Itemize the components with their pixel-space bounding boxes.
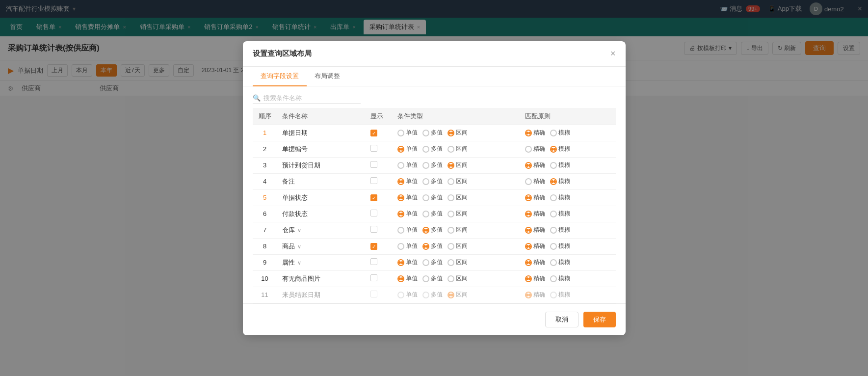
checkbox-display-1[interactable]: [370, 145, 377, 152]
radio-multi-0[interactable]: 多值: [422, 129, 443, 137]
radio-exact-2[interactable]: 精确: [525, 161, 545, 169]
checkbox-display-2[interactable]: [370, 161, 377, 168]
checkbox-display-9[interactable]: [370, 274, 377, 281]
radio-range-6[interactable]: 区间: [447, 226, 468, 234]
checkbox-display-6[interactable]: [370, 226, 377, 233]
radio-multi-9[interactable]: 多值: [422, 274, 443, 283]
radio-multi-5[interactable]: 多值: [422, 210, 443, 218]
radio-exact-7[interactable]: 精确: [525, 242, 545, 250]
cell-match-5: 精确 模糊: [520, 206, 616, 222]
dialog-close-btn[interactable]: ×: [610, 49, 616, 58]
cell-type-0: 单值 多值 区间: [393, 125, 520, 141]
table-row: 11 来员结账日期 单值 多值 区间: [253, 287, 616, 303]
radio-range-8[interactable]: 区间: [447, 258, 468, 267]
radio-exact-6[interactable]: 精确: [525, 226, 545, 234]
checkbox-display-7[interactable]: ✓: [370, 243, 377, 250]
radio-range-9[interactable]: 区间: [447, 274, 468, 283]
radio-single-5[interactable]: 单值: [397, 210, 418, 218]
checkbox-display-3[interactable]: [370, 177, 377, 184]
checkbox-display-4[interactable]: ✓: [370, 194, 377, 201]
radio-single-4[interactable]: 单值: [397, 193, 418, 202]
checkbox-display-8[interactable]: [370, 258, 377, 265]
radio-range-0[interactable]: 区间: [447, 129, 468, 137]
cell-display-3[interactable]: [366, 173, 393, 189]
dialog-tab-layout[interactable]: 布局调整: [307, 67, 348, 86]
radio-exact-10[interactable]: 精确: [525, 291, 545, 299]
radio-multi-3[interactable]: 多值: [422, 177, 443, 186]
cancel-button[interactable]: 取消: [545, 312, 579, 327]
cell-display-7[interactable]: ✓: [366, 238, 393, 254]
cell-type-10: 单值 多值 区间: [393, 287, 520, 303]
radio-exact-4[interactable]: 精确: [525, 193, 545, 202]
radio-fuzzy-3[interactable]: 模糊: [550, 177, 570, 186]
dialog-tab-query[interactable]: 查询字段设置: [253, 67, 307, 86]
cell-name-10: 来员结账日期: [277, 287, 366, 303]
radio-range-4[interactable]: 区间: [447, 193, 468, 202]
radio-single-0[interactable]: 单值: [397, 129, 418, 137]
radio-exact-3[interactable]: 精确: [525, 177, 545, 186]
search-input[interactable]: [263, 94, 352, 102]
radio-multi-10[interactable]: 多值: [422, 291, 443, 299]
radio-exact-9[interactable]: 精确: [525, 274, 545, 283]
cell-display-4[interactable]: ✓: [366, 189, 393, 206]
radio-single-6[interactable]: 单值: [397, 226, 418, 234]
radio-range-1[interactable]: 区间: [447, 145, 468, 153]
radio-fuzzy-2[interactable]: 模糊: [550, 161, 570, 169]
radio-single-2[interactable]: 单值: [397, 161, 418, 169]
cell-name-5: 付款状态: [277, 206, 366, 222]
save-button[interactable]: 保存: [583, 312, 616, 327]
radio-exact-1[interactable]: 精确: [525, 145, 545, 153]
radio-fuzzy-7[interactable]: 模糊: [550, 242, 570, 250]
cell-order-3: 4: [253, 173, 277, 189]
radio-fuzzy-1[interactable]: 模糊: [550, 145, 570, 153]
th-match: 匹配原则: [520, 108, 616, 125]
radio-single-3[interactable]: 单值: [397, 177, 418, 186]
cell-name-6: 仓库 ∨: [277, 222, 366, 238]
search-box: 🔍: [253, 92, 361, 104]
radio-range-2[interactable]: 区间: [447, 161, 468, 169]
radio-single-8[interactable]: 单值: [397, 258, 418, 267]
radio-fuzzy-0[interactable]: 模糊: [550, 129, 570, 137]
radio-single-9[interactable]: 单值: [397, 274, 418, 283]
cell-display-9[interactable]: [366, 270, 393, 287]
cell-match-6: 精确 模糊: [520, 222, 616, 238]
search-icon: 🔍: [253, 94, 261, 102]
radio-multi-4[interactable]: 多值: [422, 193, 443, 202]
cell-display-2[interactable]: [366, 157, 393, 173]
radio-fuzzy-4[interactable]: 模糊: [550, 193, 570, 202]
checkbox-display-10[interactable]: [370, 291, 377, 297]
radio-single-1[interactable]: 单值: [397, 145, 418, 153]
cell-display-5[interactable]: [366, 206, 393, 222]
table-row: 4 备注 单值 多值 区间: [253, 173, 616, 189]
cell-display-1[interactable]: [366, 141, 393, 157]
radio-exact-0[interactable]: 精确: [525, 129, 545, 137]
radio-single-10[interactable]: 单值: [397, 291, 418, 299]
dialog-header: 设置查询区域布局 ×: [243, 41, 626, 67]
radio-fuzzy-8[interactable]: 模糊: [550, 258, 570, 267]
radio-fuzzy-5[interactable]: 模糊: [550, 210, 570, 218]
checkbox-display-0[interactable]: ✓: [370, 130, 377, 136]
radio-fuzzy-10[interactable]: 模糊: [550, 291, 570, 299]
cell-display-6[interactable]: [366, 222, 393, 238]
radio-range-10[interactable]: 区间: [447, 291, 468, 299]
radio-range-5[interactable]: 区间: [447, 210, 468, 218]
cell-display-8[interactable]: [366, 254, 393, 270]
cell-display-10[interactable]: [366, 287, 393, 303]
radio-fuzzy-9[interactable]: 模糊: [550, 274, 570, 283]
cell-display-0[interactable]: ✓: [366, 125, 393, 141]
radio-multi-1[interactable]: 多值: [422, 145, 443, 153]
checkbox-display-5[interactable]: [370, 210, 377, 216]
radio-range-3[interactable]: 区间: [447, 177, 468, 186]
radio-exact-8[interactable]: 精确: [525, 258, 545, 267]
radio-range-7[interactable]: 区间: [447, 242, 468, 250]
th-display: 显示: [366, 108, 393, 125]
radio-single-7[interactable]: 单值: [397, 242, 418, 250]
cell-name-8: 属性 ∨: [277, 254, 366, 270]
radio-multi-7[interactable]: 多值: [422, 242, 443, 250]
cell-order-5: 6: [253, 206, 277, 222]
radio-multi-2[interactable]: 多值: [422, 161, 443, 169]
radio-exact-5[interactable]: 精确: [525, 210, 545, 218]
radio-multi-8[interactable]: 多值: [422, 258, 443, 267]
radio-fuzzy-6[interactable]: 模糊: [550, 226, 570, 234]
radio-multi-6[interactable]: 多值: [422, 226, 443, 234]
